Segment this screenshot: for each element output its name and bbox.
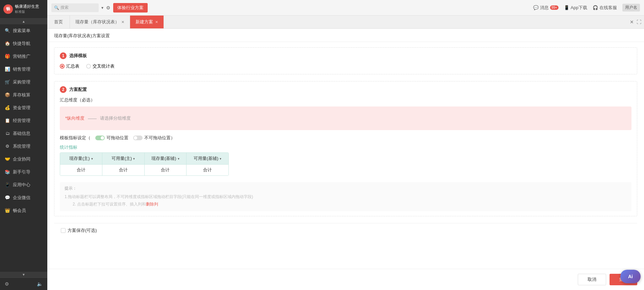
sidebar-item-enterprise[interactable]: 🤝 企业协同 bbox=[0, 153, 47, 166]
sidebar-item-marketing[interactable]: 🎁 营销推广 bbox=[0, 50, 47, 63]
topbar-gear-icon[interactable]: ⚙ bbox=[106, 5, 110, 10]
sidebar-item-member[interactable]: 👑 畅会员 bbox=[0, 204, 47, 217]
stats-col-2-chevron: ▾ bbox=[178, 157, 179, 161]
step1-block: 1 选择模板 汇总表 交叉统计表 bbox=[54, 47, 637, 74]
tips-item-0: 1.拖动标题栏可以调整布局，不可跨维度或指标区域拖动栏目字段(只能在同一维度或指… bbox=[65, 193, 627, 201]
sidebar-item-sales[interactable]: 📊 销售管理 bbox=[0, 63, 47, 76]
service-button[interactable]: 🎧 在线客服 bbox=[593, 5, 617, 11]
stats-col-1[interactable]: 可用量(主) ▾ bbox=[102, 153, 145, 164]
stats-col-3-chevron: ▾ bbox=[220, 157, 221, 161]
tab-home-label: 首页 bbox=[54, 19, 63, 25]
book-icon: 📚 bbox=[5, 169, 10, 175]
tab-inventory-status-close[interactable]: ✕ bbox=[121, 20, 124, 24]
app-edition: 标准版 bbox=[15, 9, 39, 14]
step1-title: 1 选择模板 bbox=[60, 52, 631, 59]
message-button[interactable]: 💬 消息 99+ bbox=[533, 5, 559, 11]
sidebar-item-operation-label: 经营管理 bbox=[13, 118, 30, 124]
topbar-right: 💬 消息 99+ 📱 App下载 🎧 在线客服 用户名 bbox=[533, 4, 640, 11]
clipboard-icon: 📋 bbox=[5, 118, 10, 123]
phone-icon: 📱 bbox=[5, 182, 10, 188]
stats-col-2[interactable]: 现存量(基辅) ▾ bbox=[145, 153, 187, 164]
sidebar-item-basic[interactable]: 🗂 基础信息 bbox=[0, 127, 47, 140]
user-menu[interactable]: 用户名 bbox=[622, 4, 640, 11]
sidebar-scroll-down[interactable]: ▼ bbox=[0, 272, 47, 277]
radio-summary-dot bbox=[60, 64, 65, 69]
tab-inventory-status[interactable]: 现存量（库存状况表） ✕ bbox=[70, 16, 130, 28]
message-badge: 99+ bbox=[550, 5, 559, 10]
sidebar-item-shortcut[interactable]: 🏠 快捷导航 bbox=[0, 37, 47, 50]
action-bar: 取消 查询 bbox=[47, 269, 644, 290]
stats-col-3[interactable]: 可用量(基辅) ▾ bbox=[187, 153, 228, 164]
indicator-section: 模板指标设定（ 可拖动位置 不可拖动位置） 统计指标 bbox=[60, 135, 631, 211]
stats-col-0-label: 现存量(主) bbox=[69, 155, 90, 162]
main-area: 🔍 搜索 ▾ ⚙ 体验行业方案 💬 消息 99+ 📱 App下载 🎧 在线客服 … bbox=[47, 0, 644, 290]
sidebar-bottom: ⚙ 🔈 bbox=[0, 277, 47, 290]
sidebar-item-system[interactable]: ⚙ 系统管理 bbox=[0, 140, 47, 153]
box-icon: 📦 bbox=[5, 92, 10, 98]
radio-summary[interactable]: 汇总表 bbox=[60, 63, 79, 69]
ai-fab-button[interactable]: Ai bbox=[620, 270, 641, 283]
home-icon: 🏠 bbox=[5, 41, 10, 46]
sidebar-item-inventory[interactable]: 📦 库存核算 bbox=[0, 89, 47, 101]
sidebar-item-wechat[interactable]: 💬 企业微信 bbox=[0, 191, 47, 204]
user-name: 用户名 bbox=[625, 5, 637, 10]
sidebar-item-apps[interactable]: 📱 应用中心 bbox=[0, 178, 47, 191]
message-label: 消息 bbox=[540, 5, 549, 11]
stats-col-1-label: 可用量(主) bbox=[112, 155, 132, 162]
stats-cell-0-3: 合计 bbox=[187, 165, 228, 175]
save-checkbox-box[interactable] bbox=[61, 228, 66, 233]
radio-cross-dot bbox=[86, 64, 91, 69]
stats-col-0[interactable]: 现存量(主) ▾ bbox=[60, 153, 102, 164]
gear-icon: ⚙ bbox=[5, 144, 10, 149]
non-draggable-label: 不可拖动位置） bbox=[144, 135, 175, 141]
tips-item-1-text: 2. 点击标题栏下拉可设置排序、插入列和 bbox=[65, 202, 146, 207]
crown-icon: 👑 bbox=[5, 208, 10, 213]
cancel-button[interactable]: 取消 bbox=[578, 274, 606, 285]
tab-new-plan-close[interactable]: ✕ bbox=[155, 20, 158, 24]
tips-item-1: 2. 点击标题栏下拉可设置排序、插入列和删除列 bbox=[65, 201, 627, 208]
tips-item-1-link[interactable]: 删除列 bbox=[146, 202, 158, 207]
step1-number: 1 bbox=[60, 52, 67, 59]
topbar-dropdown[interactable]: ▾ bbox=[101, 5, 103, 10]
tab-home[interactable]: 首页 bbox=[47, 16, 70, 28]
draggable-toggle[interactable] bbox=[95, 136, 105, 140]
sidebar-item-purchase[interactable]: 🛒 采购管理 bbox=[0, 76, 47, 89]
stats-cell-0-2: 合计 bbox=[145, 165, 187, 175]
sidebar-item-purchase-label: 采购管理 bbox=[13, 79, 30, 85]
sidebar-scroll-up[interactable]: ▲ bbox=[0, 19, 47, 24]
app-download-button[interactable]: 📱 App下载 bbox=[564, 5, 587, 11]
sidebar-item-operation[interactable]: 📋 经营管理 bbox=[0, 114, 47, 127]
folder-icon: 🗂 bbox=[5, 131, 10, 136]
sidebar-logo: 畅 畅康通好生意 标准版 bbox=[0, 0, 47, 19]
summary-dimension-label: 汇总维度（必选） bbox=[60, 97, 631, 103]
stats-col-2-label: 现存量(基辅) bbox=[151, 155, 176, 162]
app-download-icon: 📱 bbox=[564, 5, 569, 10]
sidebar-item-search[interactable]: 🔍 搜索菜单 bbox=[0, 24, 47, 37]
topbar-cta-button[interactable]: 体验行业方案 bbox=[113, 3, 148, 13]
step2-block: 2 方案配置 汇总维度（必选） *纵向维度 —— 请选择分组维度 模板指标设定（ bbox=[54, 81, 637, 216]
app-name: 畅康通好生意 bbox=[15, 4, 39, 9]
tab-inventory-status-label: 现存量（库存状况表） bbox=[75, 19, 119, 25]
stats-col-1-chevron: ▾ bbox=[133, 157, 135, 161]
sidebar-item-newbie[interactable]: 📚 新手引导 bbox=[0, 166, 47, 178]
tab-new-plan[interactable]: 新建方案 ✕ bbox=[130, 16, 164, 28]
topbar-search-box[interactable]: 🔍 搜索 bbox=[51, 3, 99, 12]
settings-icon[interactable]: ⚙ bbox=[5, 281, 9, 287]
expand-window-icon[interactable]: ⛶ bbox=[637, 19, 641, 25]
page-header: 现存量(库存状况表)方案设置 bbox=[47, 29, 644, 42]
sidebar-item-search-label: 搜索菜单 bbox=[13, 28, 30, 34]
sound-icon[interactable]: 🔈 bbox=[37, 281, 43, 287]
stats-title: 统计指标 bbox=[60, 144, 631, 150]
radio-cross[interactable]: 交叉统计表 bbox=[86, 63, 115, 69]
save-checkbox[interactable]: 方案保存(可选) bbox=[61, 227, 97, 234]
indicator-toggle-bar: 模板指标设定（ 可拖动位置 不可拖动位置） bbox=[60, 135, 631, 141]
sidebar-item-finance[interactable]: 💰 资金管理 bbox=[0, 101, 47, 114]
search-icon: 🔍 bbox=[5, 28, 10, 33]
draggable-label: 可拖动位置 bbox=[106, 135, 128, 141]
dimension-area[interactable]: *纵向维度 —— 请选择分组维度 bbox=[60, 106, 631, 130]
close-window-icon[interactable]: ✕ bbox=[630, 19, 634, 25]
sidebar-item-marketing-label: 营销推广 bbox=[13, 53, 30, 59]
app-name-block: 畅康通好生意 标准版 bbox=[15, 4, 39, 14]
non-draggable-toggle[interactable] bbox=[133, 136, 143, 140]
template-radio-group: 汇总表 交叉统计表 bbox=[60, 63, 631, 69]
